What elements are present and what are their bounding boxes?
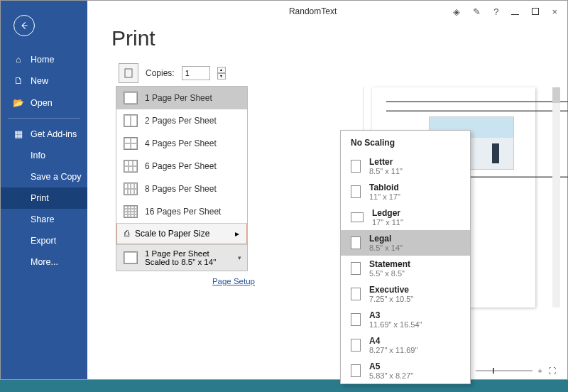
new-icon: 🗋 xyxy=(13,76,23,86)
premium-icon[interactable]: ◈ xyxy=(453,6,460,17)
nav-get-add-ins[interactable]: ▦Get Add-ins xyxy=(1,123,87,145)
copies-spinner[interactable]: ▴▾ xyxy=(217,67,226,80)
page-grid-icon xyxy=(124,160,138,173)
nav-label: Export xyxy=(31,236,56,246)
paper-dim: 8.5" x 14" xyxy=(369,244,403,252)
zoom-fit-button[interactable]: ⛶ xyxy=(548,366,556,375)
paper-dim: 17" x 11" xyxy=(372,218,403,227)
nav-save-a-copy[interactable]: Save a Copy xyxy=(1,166,87,187)
nav-label: Open xyxy=(31,98,53,108)
nav-home[interactable]: ⌂Home xyxy=(1,49,87,70)
page-grid-icon xyxy=(124,205,138,218)
paper-icon xyxy=(351,185,361,198)
page-title: Print xyxy=(111,26,265,50)
help-button[interactable]: ? xyxy=(493,6,498,17)
nav-more-[interactable]: More... xyxy=(1,251,87,273)
paper-size-tabloid[interactable]: Tabloid11" x 17" xyxy=(341,179,470,205)
zoom-slider[interactable] xyxy=(476,370,532,371)
paper-icon xyxy=(351,262,361,275)
pages-option-label: 2 Pages Per Sheet xyxy=(145,116,217,126)
print-icon[interactable] xyxy=(119,63,138,83)
nav-label: Info xyxy=(31,151,45,160)
paper-icon xyxy=(351,288,361,300)
page-grid-icon xyxy=(124,251,138,264)
paper-name: Legal xyxy=(369,234,403,244)
feedback-icon[interactable]: ✎ xyxy=(473,6,481,17)
pages-option-g1[interactable]: 1 Page Per Sheet xyxy=(116,87,247,109)
nav-info[interactable]: Info xyxy=(1,145,87,166)
app-window: ⌂Home🗋New📂Open ▦Get Add-insInfoSave a Co… xyxy=(0,0,568,380)
nav-label: Share xyxy=(31,214,54,224)
page-setup-link[interactable]: Page Setup xyxy=(111,277,255,285)
page-grid-icon xyxy=(124,92,138,104)
paper-icon xyxy=(351,313,361,326)
home-icon: ⌂ xyxy=(13,55,23,65)
chevron-down-icon: ▾ xyxy=(238,254,241,261)
page-grid-icon xyxy=(124,137,138,150)
nav-label: Print xyxy=(31,193,49,203)
paper-dim: 5.83" x 8.27" xyxy=(369,371,413,380)
document-title: RandomText xyxy=(87,6,453,16)
paper-size-a3[interactable]: A311.69" x 16.54" xyxy=(341,307,470,332)
page-grid-icon xyxy=(124,183,138,195)
nav-export[interactable]: Export xyxy=(1,230,87,251)
pages-option-g16[interactable]: 16 Pages Per Sheet xyxy=(116,200,247,223)
paper-dim: 8.5" x 11" xyxy=(369,167,403,175)
paper-size-ledger[interactable]: Ledger17" x 11" xyxy=(341,205,470,230)
paper-dim: 7.25" x 10.5" xyxy=(369,295,413,303)
back-button[interactable] xyxy=(13,15,35,36)
pages-option-label: 16 Pages Per Sheet xyxy=(145,207,221,217)
paper-size-letter[interactable]: Letter8.5" x 11" xyxy=(341,153,470,179)
pages-option-g8[interactable]: 8 Pages Per Sheet xyxy=(116,178,247,200)
paper-size-legal[interactable]: Legal8.5" x 14" xyxy=(341,230,470,256)
titlebar: RandomText ◈ ✎ ? × xyxy=(87,1,567,22)
svg-rect-0 xyxy=(125,69,132,77)
paper-name: Statement xyxy=(369,259,410,269)
pages-per-sheet-selected[interactable]: 1 Page Per Sheet Scaled to 8.5" x 14" ▾ xyxy=(116,244,247,271)
nav-label: Home xyxy=(31,55,54,65)
copies-input[interactable] xyxy=(182,66,210,80)
main-area: RandomText ◈ ✎ ? × Print Copies: ▴ xyxy=(87,1,567,379)
nav-print[interactable]: Print xyxy=(1,187,87,209)
nav-open[interactable]: 📂Open xyxy=(1,92,87,114)
copies-label: Copies: xyxy=(146,68,175,78)
preview-scrollbar[interactable] xyxy=(552,87,560,307)
nav-label: More... xyxy=(31,257,58,267)
nav-new[interactable]: 🗋New xyxy=(1,70,87,92)
paper-size-statement[interactable]: Statement5.5" x 8.5" xyxy=(341,256,470,281)
paper-size-a4[interactable]: A48.27" x 11.69" xyxy=(341,332,470,358)
nav-share[interactable]: Share xyxy=(1,209,87,230)
maximize-button[interactable] xyxy=(532,6,539,17)
selected-line2: Scaled to 8.5" x 14" xyxy=(145,258,216,266)
print-settings: Print Copies: ▴▾ 1 Page Per Sheet2 Pages… xyxy=(87,22,265,379)
scale-to-paper-size-item[interactable]: ⎙ Scale to Paper Size ▸ xyxy=(116,223,247,244)
paper-icon xyxy=(351,339,361,352)
pages-option-g4[interactable]: 4 Pages Per Sheet xyxy=(116,132,247,155)
zoom-in-button[interactable]: + xyxy=(538,366,542,375)
close-button[interactable]: × xyxy=(552,6,557,17)
pages-option-g2[interactable]: 2 Pages Per Sheet xyxy=(116,109,247,132)
chevron-right-icon: ▸ xyxy=(235,229,239,239)
selected-line1: 1 Page Per Sheet xyxy=(145,249,216,258)
pages-option-label: 6 Pages Per Sheet xyxy=(145,161,217,171)
printer-icon xyxy=(123,68,134,78)
paper-icon xyxy=(351,364,361,377)
minimize-button[interactable] xyxy=(511,6,519,17)
scale-icon: ⎙ xyxy=(124,229,129,239)
pages-option-g6[interactable]: 6 Pages Per Sheet xyxy=(116,155,247,178)
backstage-sidebar: ⌂Home🗋New📂Open ▦Get Add-insInfoSave a Co… xyxy=(1,1,87,379)
arrow-left-icon xyxy=(19,21,29,31)
paper-name: Tabloid xyxy=(369,183,400,192)
nav-label: Save a Copy xyxy=(31,172,82,182)
paper-size-a5[interactable]: A55.83" x 8.27" xyxy=(341,358,470,383)
paper-size-executive[interactable]: Executive7.25" x 10.5" xyxy=(341,281,470,307)
addins-icon: ▦ xyxy=(13,129,23,139)
copies-row: Copies: ▴▾ xyxy=(119,63,265,83)
no-scaling-heading[interactable]: No Scaling xyxy=(341,131,470,153)
open-icon: 📂 xyxy=(13,97,23,108)
paper-name: A5 xyxy=(369,361,413,371)
paper-dim: 11.69" x 16.54" xyxy=(369,320,422,329)
nav-separator xyxy=(8,118,80,119)
paper-dim: 5.5" x 8.5" xyxy=(369,269,410,278)
paper-dim: 11" x 17" xyxy=(369,192,400,201)
